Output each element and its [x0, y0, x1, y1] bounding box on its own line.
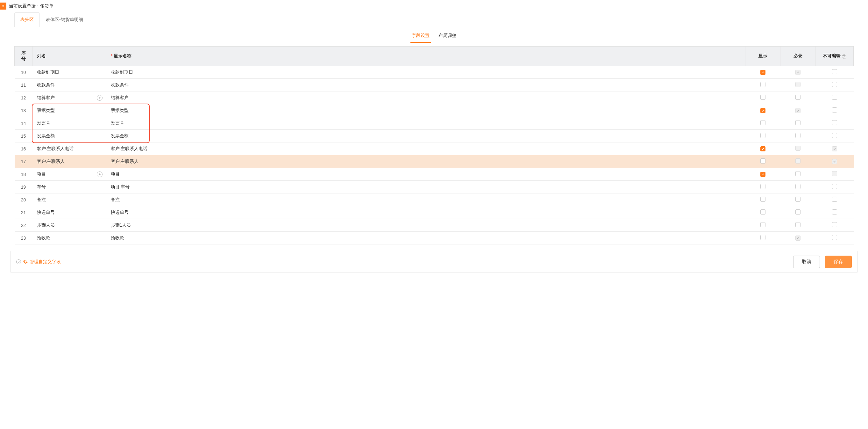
col-colname: 列名 [32, 47, 106, 66]
main-tab[interactable]: 表体区-销货单明细 [40, 12, 89, 27]
cell-readonly [815, 168, 854, 181]
checkbox-required[interactable] [796, 184, 801, 189]
cell-show [745, 232, 780, 245]
chevrons-right-icon [2, 4, 5, 8]
checkbox-show[interactable] [761, 82, 766, 87]
cell-readonly [815, 181, 854, 194]
cell-required [780, 194, 815, 206]
cell-displayname[interactable]: 收款到期日 [106, 66, 745, 79]
cell-displayname[interactable]: 票据类型 [106, 104, 745, 117]
checkbox-readonly[interactable] [832, 107, 837, 113]
cell-displayname[interactable]: 步骤1人员 [106, 219, 745, 232]
cancel-button[interactable]: 取消 [793, 256, 820, 268]
cell-readonly [815, 117, 854, 130]
table-row: 21快递单号快递单号 [14, 206, 854, 219]
sub-tab[interactable]: 字段设置 [410, 33, 431, 42]
cell-colname: 预收款 [32, 232, 106, 245]
checkbox-required[interactable] [796, 95, 801, 100]
save-button[interactable]: 保存 [825, 256, 852, 268]
cell-seq: 20 [14, 194, 32, 206]
cell-readonly [815, 194, 854, 206]
cell-required [780, 79, 815, 91]
add-sub-field-button[interactable] [97, 95, 102, 101]
cell-required [780, 66, 815, 79]
checkbox-show[interactable] [761, 235, 766, 240]
cell-readonly [815, 232, 854, 245]
cell-show [745, 194, 780, 206]
checkbox-show[interactable] [761, 120, 766, 125]
field-table: 序号 列名 *显示名称 显示 必录 不可编辑? 10收款到期日收款到期日11收款… [14, 46, 854, 245]
help-icon[interactable]: ? [842, 55, 846, 59]
checkbox-show[interactable] [761, 95, 766, 100]
cell-readonly [815, 104, 854, 117]
cell-displayname[interactable]: 快递单号 [106, 206, 745, 219]
question-icon[interactable]: ? [16, 259, 21, 264]
checkbox-readonly[interactable] [832, 120, 837, 125]
checkbox-required [796, 108, 801, 113]
cell-colname: 结算客户 [32, 91, 106, 104]
checkbox-required[interactable] [796, 222, 801, 227]
cell-displayname[interactable]: 预收款 [106, 232, 745, 245]
checkbox-readonly[interactable] [832, 184, 837, 189]
cell-displayname[interactable]: 结算客户 [106, 91, 745, 104]
checkbox-show[interactable] [761, 197, 766, 202]
sub-tab[interactable]: 布局调整 [437, 33, 458, 42]
checkbox-show[interactable] [761, 222, 766, 227]
cell-seq: 13 [14, 104, 32, 117]
main-tab[interactable]: 表头区 [14, 12, 40, 27]
checkbox-required[interactable] [796, 209, 801, 214]
gear-icon [23, 259, 28, 264]
checkbox-readonly[interactable] [832, 133, 837, 138]
cell-colname: 发票金额 [32, 130, 106, 142]
add-sub-field-button[interactable] [97, 171, 102, 177]
cell-displayname[interactable]: 备注 [106, 194, 745, 206]
checkbox-required[interactable] [796, 120, 801, 125]
cell-readonly [815, 130, 854, 142]
cell-displayname[interactable]: 项目.车号 [106, 181, 745, 194]
expand-panel-button[interactable] [0, 3, 6, 9]
checkbox-required[interactable] [796, 133, 801, 138]
checkbox-readonly[interactable] [832, 209, 837, 214]
table-row: 19车号项目.车号 [14, 181, 854, 194]
cell-displayname[interactable]: 发票金额 [106, 130, 745, 142]
checkbox-readonly[interactable] [832, 69, 837, 74]
cell-show [745, 168, 780, 181]
checkbox-show[interactable] [761, 146, 766, 151]
checkbox-required[interactable] [796, 171, 801, 176]
cell-displayname[interactable]: 客户.主联系人 [106, 155, 745, 168]
top-bar: 当前设置单据：销货单 [0, 0, 868, 12]
table-row: 23预收款预收款 [14, 232, 854, 245]
cell-colname: 客户.主联系人电话 [32, 142, 106, 155]
checkbox-show[interactable] [761, 108, 766, 113]
main-tabs: 表头区表体区-销货单明细 [0, 12, 868, 27]
cell-seq: 18 [14, 168, 32, 181]
cell-colname: 备注 [32, 194, 106, 206]
cell-show [745, 66, 780, 79]
cell-colname: 车号 [32, 181, 106, 194]
cell-required [780, 104, 815, 117]
col-seq: 序号 [14, 47, 32, 66]
col-show: 显示 [745, 47, 780, 66]
cell-seq: 16 [14, 142, 32, 155]
checkbox-required[interactable] [796, 197, 801, 202]
checkbox-readonly[interactable] [832, 82, 837, 87]
checkbox-readonly[interactable] [832, 235, 837, 240]
checkbox-show[interactable] [761, 209, 766, 214]
checkbox-readonly[interactable] [832, 95, 837, 100]
checkbox-show[interactable] [761, 159, 766, 164]
cell-seq: 10 [14, 66, 32, 79]
cell-displayname[interactable]: 项目 [106, 168, 745, 181]
checkbox-show[interactable] [761, 172, 766, 177]
checkbox-show[interactable] [761, 133, 766, 138]
checkbox-readonly[interactable] [832, 222, 837, 227]
cell-required [780, 181, 815, 194]
checkbox-show[interactable] [761, 70, 766, 75]
cell-displayname[interactable]: 客户.主联系人电话 [106, 142, 745, 155]
cell-displayname[interactable]: 发票号 [106, 117, 745, 130]
checkbox-readonly[interactable] [832, 197, 837, 202]
cell-displayname[interactable]: 收款条件 [106, 79, 745, 91]
table-row: 12结算客户结算客户 [14, 91, 854, 104]
manage-custom-fields-link[interactable]: 管理自定义字段 [30, 259, 61, 265]
cell-colname: 收款到期日 [32, 66, 106, 79]
checkbox-show[interactable] [761, 184, 766, 189]
